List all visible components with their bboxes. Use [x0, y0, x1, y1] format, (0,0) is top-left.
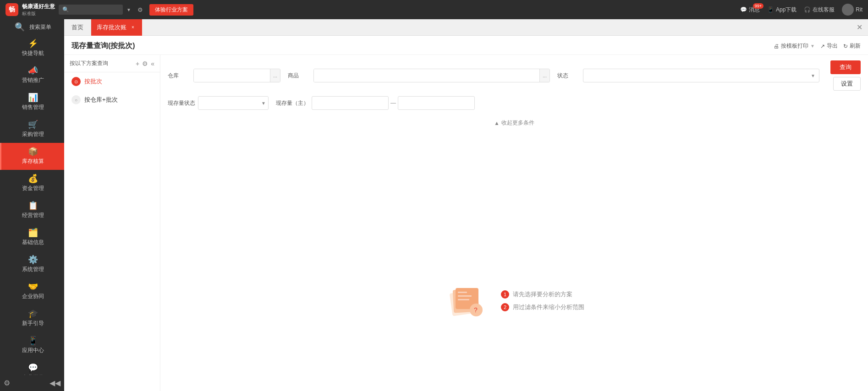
- sidebar-item-wechat[interactable]: 💬 企业微信: [0, 359, 64, 375]
- experience-button[interactable]: 体验行业方案: [149, 4, 193, 16]
- warehouse-input[interactable]: [194, 69, 270, 82]
- export-button[interactable]: ↗ 导出: [820, 42, 838, 50]
- sidebar-item-label-inventory: 库存核算: [22, 157, 44, 165]
- online-service-icon: 🎧: [804, 6, 811, 13]
- inventory-status-select-wrap[interactable]: ▼: [198, 96, 269, 110]
- tab-bar-close-button[interactable]: ✕: [857, 23, 863, 32]
- header-dropdown-arrow[interactable]: ▼: [126, 7, 131, 12]
- sidebar-item-quick-nav[interactable]: ⚡ 快捷导航: [0, 35, 64, 62]
- sidebar-item-operations[interactable]: 📋 经营管理: [0, 197, 64, 224]
- step1-text: 请先选择要分析的方案: [513, 290, 572, 299]
- product-input-wrap[interactable]: ...: [313, 69, 550, 82]
- sidebar-item-sales[interactable]: 📊 销售管理: [0, 89, 64, 116]
- left-panel-icons: + ⚙ «: [136, 60, 154, 67]
- plan-item-by-batch[interactable]: ⊙ 按批次: [64, 72, 160, 91]
- sidebar-nav: 🔍 搜索菜单 ⚡ 快捷导航 📣 营销推广 📊 销售管理 🛒 采购管理 📦: [0, 19, 64, 375]
- sidebar-item-purchase[interactable]: 🛒 采购管理: [0, 116, 64, 143]
- collapse-filter-button[interactable]: ▲ 收起更多条件: [168, 115, 861, 130]
- inventory-qty-label: 现存量（主）: [276, 99, 309, 107]
- query-button[interactable]: 查询: [830, 60, 861, 74]
- app-download-item[interactable]: 📱 App下载: [767, 6, 797, 14]
- empty-step-2: 2 用过滤条件来缩小分析范围: [501, 303, 584, 311]
- user-name: Rit: [856, 6, 863, 13]
- inventory-status-label: 现存量状态: [168, 99, 195, 107]
- svg-rect-4: [458, 295, 472, 297]
- filter-layout: 按以下方案查询 + ⚙ « ⊙ 按批次 ○ 按仓库+批次: [64, 55, 868, 391]
- sidebar-settings-icon[interactable]: ⚙: [4, 379, 10, 387]
- sidebar-collapse-icon[interactable]: ◀◀: [49, 379, 60, 387]
- wechat-icon: 💬: [28, 364, 38, 372]
- page-header: 现存量查询(按批次) 🖨 按模板打印 ▼ ↗ 导出 ↻ 刷新: [64, 36, 868, 55]
- empty-illustration: ?: [444, 278, 490, 324]
- page-content: 现存量查询(按批次) 🖨 按模板打印 ▼ ↗ 导出 ↻ 刷新: [64, 36, 868, 391]
- search-small-icon: 🔍: [62, 6, 69, 13]
- left-panel: 按以下方案查询 + ⚙ « ⊙ 按批次 ○ 按仓库+批次: [64, 55, 160, 391]
- main-layout: 🔍 搜索菜单 ⚡ 快捷导航 📣 营销推广 📊 销售管理 🛒 采购管理 📦: [0, 19, 868, 391]
- sidebar-item-finance[interactable]: 💰 资金管理: [0, 170, 64, 197]
- sidebar-item-enterprise[interactable]: 🤝 企业协同: [0, 278, 64, 305]
- sidebar-item-label-sales: 销售管理: [22, 103, 44, 111]
- svg-text:?: ?: [474, 306, 478, 314]
- print-button[interactable]: 🖨 按模板打印 ▼: [774, 42, 815, 50]
- purchase-icon: 🛒: [28, 120, 38, 129]
- sidebar-item-apps[interactable]: 📱 应用中心: [0, 332, 64, 359]
- sidebar-item-basics[interactable]: 🗂️ 基础信息: [0, 224, 64, 251]
- empty-state: ? 1 请先选择要分析的方案 2 用过滤条件来缩小分析范围: [160, 210, 868, 391]
- warehouse-more-btn[interactable]: ...: [270, 69, 280, 82]
- warehouse-input-wrap[interactable]: ...: [193, 69, 280, 82]
- product-input[interactable]: [314, 69, 539, 82]
- finance-icon: 💰: [28, 174, 38, 183]
- tab-inventory-batch[interactable]: 库存批次账 ×: [91, 19, 142, 36]
- sidebar-item-label-enterprise: 企业协同: [22, 293, 44, 300]
- step1-number: 1: [501, 290, 509, 299]
- settings-button[interactable]: 设置: [833, 77, 861, 91]
- print-dropdown-icon[interactable]: ▼: [810, 43, 815, 49]
- plan-collapse-icon[interactable]: «: [151, 60, 154, 67]
- empty-step-1: 1 请先选择要分析的方案: [501, 290, 584, 299]
- empty-icon-svg: ?: [444, 278, 490, 324]
- filter-buttons: 查询 设置: [827, 60, 861, 91]
- inventory-status-select[interactable]: [198, 96, 269, 110]
- sidebar-item-label-marketing: 营销推广: [22, 76, 44, 84]
- filter-row-2: 现存量状态 ▼ 现存量（主）: [168, 96, 861, 110]
- inventory-icon: 📦: [28, 147, 38, 156]
- sidebar-item-label-operations: 经营管理: [22, 212, 44, 219]
- apps-icon: 📱: [28, 337, 38, 345]
- right-content: 仓库 ... 商品: [160, 55, 868, 391]
- app-download-icon: 📱: [767, 6, 774, 13]
- inventory-qty-from[interactable]: [312, 96, 389, 110]
- operations-icon: 📋: [28, 201, 38, 210]
- header-search-area: 🔍: [59, 5, 123, 15]
- tab-close-icon[interactable]: ×: [129, 24, 137, 31]
- svg-rect-3: [458, 292, 467, 293]
- filter-inventory-qty: 现存量（主） —: [276, 96, 475, 110]
- content-area: 首页 库存批次账 × ✕ 现存量查询(按批次) 🖨 按模板打印 ▼: [64, 19, 868, 391]
- tab-bar: 首页 库存批次账 × ✕: [64, 19, 868, 36]
- sidebar-item-label-guide: 新手引导: [22, 320, 44, 327]
- plan-item-by-warehouse-batch[interactable]: ○ 按仓库+批次: [64, 91, 160, 109]
- sidebar-item-guide[interactable]: 🎓 新手引导: [0, 305, 64, 332]
- left-panel-header: 按以下方案查询 + ⚙ «: [64, 55, 160, 72]
- header-gear-icon[interactable]: ⚙: [135, 4, 146, 15]
- inventory-qty-to[interactable]: [398, 96, 475, 110]
- plan-settings-icon[interactable]: ⚙: [142, 60, 148, 67]
- quick-nav-icon: ⚡: [28, 39, 38, 48]
- product-more-btn[interactable]: ...: [539, 69, 549, 82]
- system-icon: ⚙️: [28, 255, 38, 264]
- sidebar-item-search[interactable]: 🔍 搜索菜单: [0, 19, 64, 35]
- sidebar-item-inventory[interactable]: 📦 库存核算: [0, 143, 64, 170]
- tab-home[interactable]: 首页: [64, 19, 91, 36]
- filter-inventory-status: 现存量状态 ▼: [168, 96, 269, 110]
- page-title: 现存量查询(按批次): [71, 41, 135, 51]
- messages-item[interactable]: 💬 消息 99+: [740, 6, 760, 14]
- refresh-button[interactable]: ↻ 刷新: [843, 42, 861, 50]
- user-area[interactable]: Rit: [842, 4, 863, 16]
- online-service-item[interactable]: 🎧 在线客服: [804, 6, 835, 14]
- plan-add-icon[interactable]: +: [136, 60, 139, 67]
- inventory-qty-range: —: [312, 96, 475, 110]
- sidebar-item-marketing[interactable]: 📣 营销推广: [0, 62, 64, 89]
- sidebar-item-system[interactable]: ⚙️ 系统管理: [0, 251, 64, 278]
- status-select[interactable]: ▼: [583, 69, 819, 82]
- sidebar-item-label-quick-nav: 快捷导航: [22, 49, 44, 57]
- filter-panel: 仓库 ... 商品: [160, 55, 868, 210]
